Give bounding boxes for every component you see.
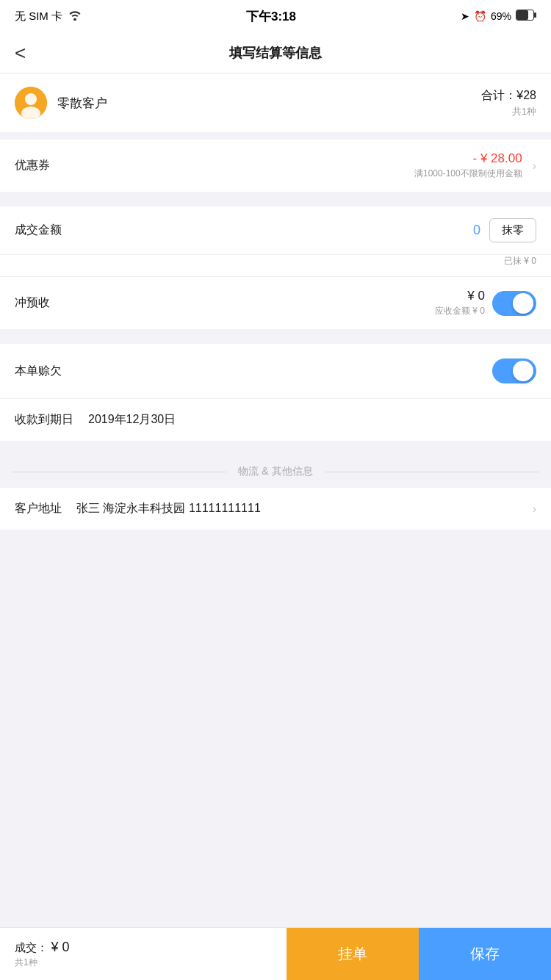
status-bar: 无 SIM 卡 下午3:18 ➤ ⏰ 69% [0, 0, 551, 32]
toggle-knob [513, 293, 533, 314]
status-right: ➤ ⏰ 69% [461, 10, 536, 23]
customer-name: 零散客户 [57, 95, 107, 112]
due-date-row: 收款到期日 2019年12月30日 [0, 399, 551, 441]
customer-card: 零散客户 合计：¥28 共1种 [0, 73, 551, 132]
logistics-divider: 物流 & 其他信息 [0, 455, 551, 488]
credit-toggle-knob [513, 361, 533, 381]
user-avatar-icon [15, 87, 47, 119]
section-divider-1 [0, 199, 551, 206]
address-row[interactable]: 客户地址 张三 海淀永丰科技园 11111111111 › [0, 488, 551, 530]
nav-bar: < 填写结算等信息 [0, 32, 551, 73]
section-divider-3 [0, 448, 551, 455]
prepay-toggle[interactable] [492, 291, 536, 316]
coupon-description: 满1000-100不限制使用金额 [414, 167, 522, 180]
svg-rect-2 [516, 10, 528, 20]
coupon-label: 优惠券 [15, 158, 50, 173]
section-divider-2 [0, 336, 551, 344]
credit-toggle[interactable] [492, 359, 536, 383]
battery-icon [516, 10, 536, 23]
transaction-label: 成交金额 [15, 223, 62, 238]
prepay-amounts: ¥ 0 应收金额 ¥ 0 [435, 289, 485, 317]
transaction-value: 0 [458, 223, 480, 238]
transaction-card: 成交金额 0 抹零 已抹 ¥ 0 冲预收 ¥ 0 应收金额 ¥ 0 [0, 206, 551, 329]
transaction-row: 成交金额 0 抹零 [0, 206, 551, 255]
pending-button[interactable]: 挂单 [287, 928, 419, 981]
bottom-count-label: 共1种 [15, 956, 272, 969]
due-date-value: 2019年12月30日 [88, 412, 176, 428]
battery-label: 69% [491, 10, 511, 22]
customer-left: 零散客户 [15, 87, 107, 119]
logistics-label: 物流 & 其他信息 [238, 465, 312, 478]
bottom-transaction-line: 成交： ¥ 0 [15, 940, 272, 955]
save-button[interactable]: 保存 [419, 928, 551, 981]
receivable-amount: 应收金额 ¥ 0 [435, 305, 485, 317]
alarm-icon: ⏰ [474, 10, 486, 22]
back-button[interactable]: < [15, 43, 26, 62]
status-time: 下午3:18 [246, 8, 296, 25]
coupon-row[interactable]: 优惠券 - ¥ 28.00 满1000-100不限制使用金额 › [0, 140, 551, 192]
customer-total: 合计：¥28 共1种 [481, 88, 536, 118]
bottom-summary: 成交： ¥ 0 共1种 [0, 940, 287, 969]
due-date-label: 收款到期日 [15, 412, 73, 428]
coupon-card: 优惠券 - ¥ 28.00 满1000-100不限制使用金额 › [0, 140, 551, 192]
credit-row: 本单赊欠 [0, 344, 551, 399]
logistics-line-left [12, 472, 226, 472]
round-zero-button[interactable]: 抹零 [489, 218, 536, 242]
transaction-right-group: 0 抹零 [458, 218, 536, 242]
coupon-right: - ¥ 28.00 满1000-100不限制使用金额 › [414, 151, 536, 180]
avatar [15, 87, 47, 119]
bottom-transaction-label: 成交： [15, 941, 48, 954]
already-rounded-label: 已抹 ¥ 0 [0, 255, 551, 276]
status-left: 无 SIM 卡 [15, 10, 82, 24]
chevron-right-icon: › [533, 159, 536, 173]
prepay-right-group: ¥ 0 应收金额 ¥ 0 [435, 289, 536, 317]
bottom-bar: 成交： ¥ 0 共1种 挂单 保存 [0, 927, 551, 980]
wifi-icon [68, 10, 82, 23]
total-amount-label: 合计：¥28 [481, 88, 536, 104]
credit-card: 本单赊欠 收款到期日 2019年12月30日 [0, 344, 551, 441]
content-area: 零散客户 合计：¥28 共1种 优惠券 - ¥ 28.00 满1000-100不… [0, 73, 551, 596]
prepay-row: 冲预收 ¥ 0 应收金额 ¥ 0 [0, 276, 551, 329]
address-value: 张三 海淀永丰科技园 11111111111 [76, 501, 527, 516]
credit-label: 本单赊欠 [15, 364, 62, 379]
bottom-transaction-amount: ¥ 0 [51, 940, 69, 954]
logistics-line-right [325, 472, 539, 472]
svg-rect-1 [534, 12, 536, 18]
total-count-label: 共1种 [481, 105, 536, 118]
prepay-label: 冲预收 [15, 295, 50, 311]
address-label: 客户地址 [15, 501, 62, 516]
location-icon: ➤ [461, 10, 469, 22]
prepay-amount: ¥ 0 [435, 289, 485, 303]
carrier-label: 无 SIM 卡 [15, 10, 62, 24]
page-title: 填写结算等信息 [229, 44, 322, 62]
coupon-amount: - ¥ 28.00 [414, 151, 522, 166]
transaction-top: 0 抹零 [458, 218, 536, 242]
address-chevron-icon: › [533, 502, 536, 516]
customer-row: 零散客户 合计：¥28 共1种 [0, 73, 551, 132]
coupon-info: - ¥ 28.00 满1000-100不限制使用金额 [414, 151, 522, 180]
svg-point-4 [25, 93, 37, 105]
address-card: 客户地址 张三 海淀永丰科技园 11111111111 › [0, 488, 551, 530]
